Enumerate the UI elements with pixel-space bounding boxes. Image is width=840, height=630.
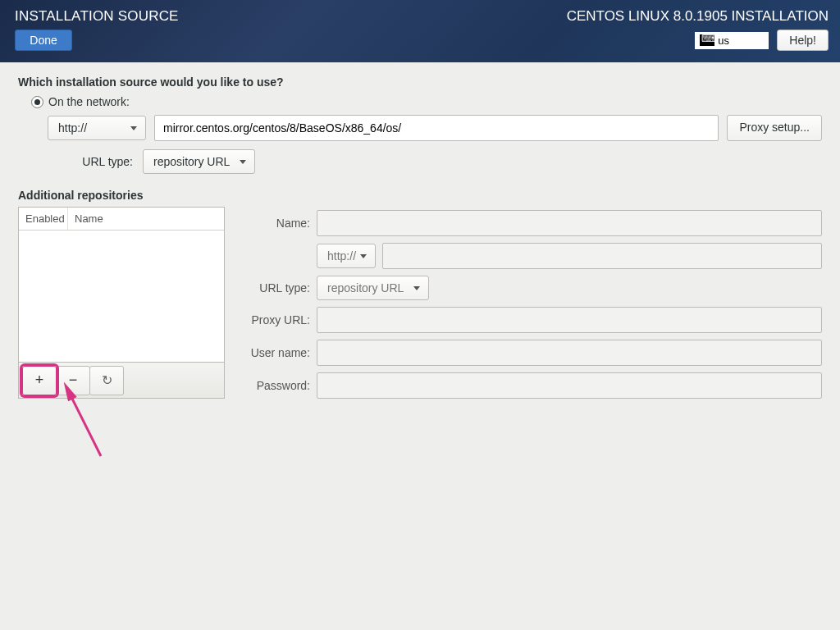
reload-repo-button[interactable]: ↻ — [89, 366, 124, 395]
help-button[interactable]: Help! — [777, 30, 829, 51]
url-type-row: URL type: repository URL — [71, 149, 822, 174]
repo-urltype-dropdown[interactable]: repository URL — [317, 276, 429, 300]
repo-pass-input[interactable] — [317, 372, 822, 399]
protocol-value: http:// — [58, 121, 87, 135]
repo-list[interactable]: Enabled Name — [18, 207, 225, 363]
content-area: Which installation source would you like… — [0, 62, 840, 412]
radio-label: On the network: — [48, 95, 130, 108]
repo-user-label: User name: — [244, 346, 310, 359]
header-left: INSTALLATION SOURCE Done — [15, 8, 179, 56]
keyboard-icon — [700, 34, 714, 46]
repo-urltype-row: URL type: repository URL — [244, 276, 822, 300]
repo-proxy-row: Proxy URL: — [244, 307, 822, 333]
source-prompt: Which installation source would you like… — [18, 75, 822, 89]
repo-details-form: Name: http:// URL type: repository URL P… — [244, 210, 822, 399]
minus-icon: − — [69, 372, 78, 389]
done-button[interactable]: Done — [15, 30, 72, 51]
repo-protocol-value: http:// — [327, 249, 356, 262]
repo-name-row: Name: — [244, 210, 822, 236]
keyboard-layout: us — [718, 34, 729, 47]
repo-url-input[interactable] — [382, 243, 822, 269]
keyboard-indicator[interactable]: us — [695, 32, 769, 49]
col-name[interactable]: Name — [68, 208, 224, 230]
repo-pass-label: Password: — [244, 379, 310, 392]
repo-user-row: User name: — [244, 340, 822, 366]
plus-icon: + — [35, 372, 44, 389]
repos-left: Enabled Name + − ↻ — [18, 207, 225, 399]
additional-repos-heading: Additional repositories — [18, 189, 822, 202]
url-input[interactable] — [154, 115, 719, 141]
repo-url-row: http:// — [244, 243, 822, 269]
repo-protocol-dropdown[interactable]: http:// — [317, 244, 376, 268]
col-enabled[interactable]: Enabled — [19, 208, 68, 230]
header-right-row: us Help! — [695, 30, 829, 51]
repo-user-input[interactable] — [317, 340, 822, 366]
repo-name-label: Name: — [244, 217, 310, 230]
protocol-dropdown[interactable]: http:// — [48, 116, 146, 140]
distro-title: CENTOS LINUX 8.0.1905 INSTALLATION — [567, 8, 829, 25]
radio-icon — [31, 96, 43, 108]
repo-proxy-input[interactable] — [317, 307, 822, 333]
url-type-dropdown[interactable]: repository URL — [143, 149, 255, 174]
repo-urltype-value: repository URL — [327, 281, 404, 294]
add-repo-button[interactable]: + — [22, 366, 57, 395]
url-type-label: URL type: — [71, 155, 133, 168]
repo-urltype-label: URL type: — [244, 281, 310, 294]
network-url-row: http:// Proxy setup... — [48, 115, 822, 141]
proxy-setup-button[interactable]: Proxy setup... — [727, 115, 822, 141]
repo-toolbar: + − ↻ — [18, 363, 225, 399]
repos-area: Enabled Name + − ↻ Name: — [18, 207, 822, 399]
page-title: INSTALLATION SOURCE — [15, 8, 179, 25]
header-bar: INSTALLATION SOURCE Done CENTOS LINUX 8.… — [0, 0, 840, 62]
repo-name-input[interactable] — [317, 210, 822, 236]
radio-on-network[interactable]: On the network: — [31, 95, 822, 108]
reload-icon: ↻ — [102, 372, 112, 388]
repo-proxy-label: Proxy URL: — [244, 313, 310, 326]
remove-repo-button[interactable]: − — [56, 366, 90, 395]
repo-list-header: Enabled Name — [19, 208, 224, 231]
repo-pass-row: Password: — [244, 372, 822, 399]
header-right: CENTOS LINUX 8.0.1905 INSTALLATION us He… — [567, 8, 829, 56]
url-type-value: repository URL — [153, 155, 230, 168]
